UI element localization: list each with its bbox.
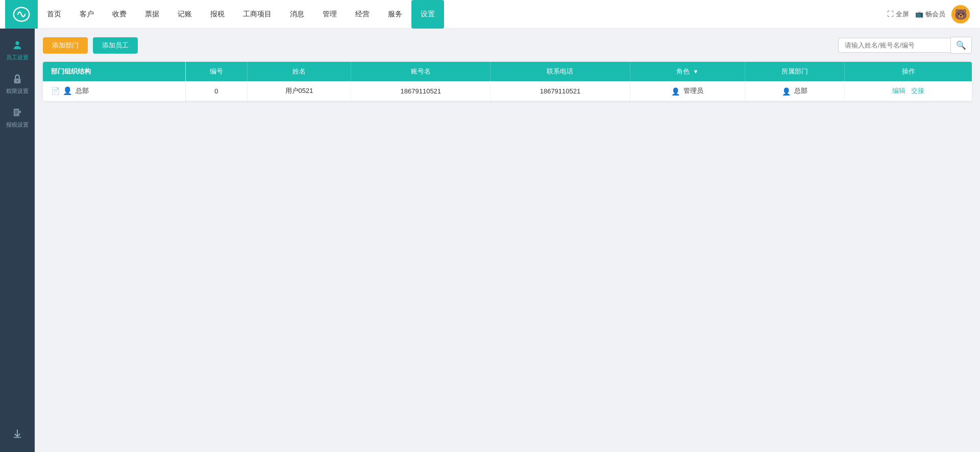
cell-action: 编辑 交接 [845,81,972,101]
add-dept-button[interactable]: 添加部门 [43,37,88,54]
col-header-phone: 联系电话 [491,62,630,81]
cell-id: 0 [186,81,247,101]
nav-bookkeeping[interactable]: 记账 [168,0,201,29]
content-area: 添加部门 添加员工 🔍 部门组织结构 📄 👤 总部 [35,29,980,452]
col-header-name: 姓名 [247,62,351,81]
sidebar-item-tax-settings[interactable]: 报税设置 [0,101,35,135]
svg-rect-6 [15,112,18,112]
sidebar-label-tax: 报税设置 [6,121,29,129]
nav-manage[interactable]: 管理 [313,0,346,29]
toolbar: 添加部门 添加员工 🔍 [43,37,972,54]
role-user-icon: 👤 [671,87,680,96]
sidebar-item-download[interactable] [0,422,35,446]
col-header-account: 账号名 [351,62,491,81]
dept-tree-item[interactable]: 📄 👤 总部 [43,81,185,101]
cell-account: 18679110521 [351,81,491,101]
svg-rect-7 [15,113,17,114]
cell-name: 用户0521 [247,81,351,101]
edit-link[interactable]: 编辑 [892,87,905,94]
sidebar-label-employee: 员工设置 [6,54,29,61]
dept-name: 总部 [76,86,89,96]
nav-business[interactable]: 工商项目 [234,0,281,29]
add-employee-button[interactable]: 添加员工 [93,37,138,54]
svg-rect-8 [14,437,21,438]
cell-phone: 18679110521 [491,81,630,101]
person-icon [12,40,23,51]
sidebar-label-permission: 权限设置 [6,87,29,95]
search-button[interactable]: 🔍 [950,37,972,54]
nav-items: 首页 客户 收费 票据 记账 报税 工商项目 消息 管理 经营 服务 设置 [38,0,887,29]
member-button[interactable]: 📺 畅会员 [915,10,945,19]
nav-invoice[interactable]: 票据 [136,0,168,29]
svg-rect-1 [16,49,19,50]
nav-message[interactable]: 消息 [281,0,313,29]
user-dept-icon: 👤 [63,86,72,96]
cell-role: 👤 管理员 [630,81,745,101]
filter-icon: ▼ [693,68,699,75]
avatar[interactable]: 🐻 [951,5,970,23]
member-label: 畅会员 [925,10,945,19]
content-body: 部门组织结构 📄 👤 总部 编号 姓名 账号名 联系电话 [43,62,972,101]
svg-point-3 [17,80,18,82]
nav-operation[interactable]: 经营 [346,0,379,29]
dept-tree-header: 部门组织结构 [43,62,185,81]
nav-settings[interactable]: 设置 [411,0,444,29]
file-icon: 📄 [51,87,60,95]
table-area: 编号 姓名 账号名 联系电话 角色 ▼ 所属部门 操作 [186,62,972,101]
search-bar: 🔍 [838,37,972,54]
col-header-role[interactable]: 角色 ▼ [630,62,745,81]
transfer-link[interactable]: 交接 [911,87,924,94]
col-header-action: 操作 [845,62,972,81]
download-icon [12,429,23,440]
logo [5,0,38,29]
lock-icon [12,74,23,85]
col-header-dept: 所属部门 [745,62,844,81]
fullscreen-icon: ⛶ [887,10,894,18]
fullscreen-label: 全屏 [896,10,909,19]
sidebar-bottom [0,422,35,446]
fullscreen-button[interactable]: ⛶ 全屏 [887,10,909,19]
sidebar-item-employee[interactable]: 员工设置 [0,34,35,67]
main-layout: 员工设置 权限设置 报税设置 [0,29,980,452]
sidebar-item-permission[interactable]: 权限设置 [0,67,35,101]
dept-tree: 部门组织结构 📄 👤 总部 [43,62,186,101]
search-input[interactable] [838,38,950,53]
member-icon: 📺 [915,10,923,18]
svg-point-0 [15,41,19,45]
dept-user-icon: 👤 [782,87,791,96]
nav-customer[interactable]: 客户 [70,0,103,29]
nav-home[interactable]: 首页 [38,0,70,29]
svg-rect-5 [15,110,18,111]
report-icon [12,107,23,118]
nav-right: ⛶ 全屏 📺 畅会员 🐻 [887,5,975,23]
nav-tax[interactable]: 报税 [201,0,234,29]
cell-dept: 👤 总部 [745,81,844,101]
table-row: 0 用户0521 18679110521 18679110521 👤 管理员 👤… [186,81,972,101]
col-header-id: 编号 [186,62,247,81]
sidebar: 员工设置 权限设置 报税设置 [0,29,35,452]
employee-table: 编号 姓名 账号名 联系电话 角色 ▼ 所属部门 操作 [186,62,972,101]
nav-service[interactable]: 服务 [379,0,411,29]
nav-fee[interactable]: 收费 [103,0,136,29]
top-navigation: 首页 客户 收费 票据 记账 报税 工商项目 消息 管理 经营 服务 设置 ⛶ … [0,0,980,29]
